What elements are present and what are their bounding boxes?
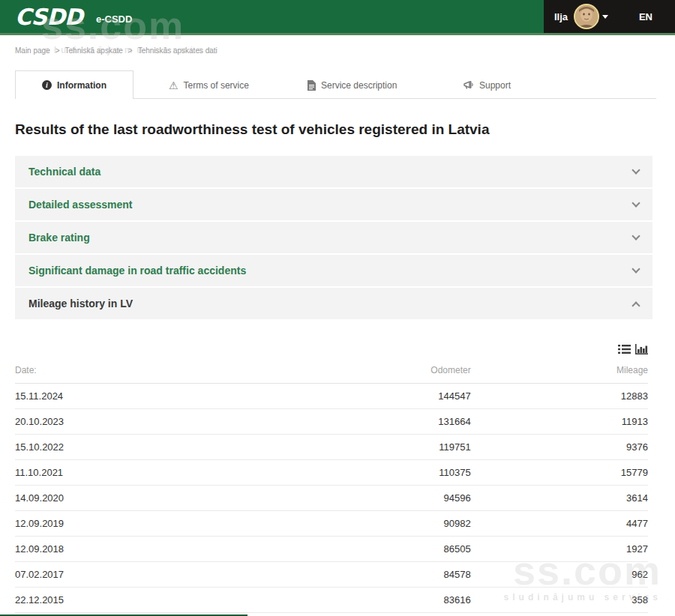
info-icon: i [42,80,52,90]
chevron-down-icon [632,265,640,273]
accordion-detailed-assessment[interactable]: Detailed assessment [15,189,652,220]
breadcrumb-apskates-dati[interactable]: Tehniskās apskates dati [138,46,218,55]
mileage-cell: 358 [471,588,648,613]
mileage-history-table: Date: Odometer Mileage 15.11.2024 144547… [15,365,648,613]
date-cell: 07.02.2017 [15,562,300,588]
list-view-icon[interactable] [618,344,631,354]
csdd-logo[interactable]: CSDD [15,4,82,30]
accordion-technical-data[interactable]: Technical data [15,156,652,187]
header-user-area: Ilja EN [544,0,675,33]
tab-label: Terms of service [184,80,249,91]
user-menu-caret-icon[interactable] [602,15,608,19]
accordion-label: Technical data [28,166,100,178]
app-name: e-CSDD [96,13,132,25]
breadcrumb-tehniska-apskate[interactable]: Tehniskā apskate [65,46,123,55]
chevron-down-icon [632,166,640,174]
mileage-cell: 12883 [471,384,648,409]
breadcrumb-separator: > [128,46,133,55]
table-row: 07.02.2017 84578 962 [15,562,648,588]
language-selector[interactable]: EN [639,11,652,22]
mileage-cell: 3614 [471,486,648,511]
column-header-date: Date: [15,365,300,384]
date-cell: 14.09.2020 [15,486,300,511]
tab-support[interactable]: Support [464,71,511,99]
mileage-cell: 11913 [471,409,648,435]
header: CSDD e-CSDD Ilja EN [0,0,675,33]
table-row: 12.09.2018 86505 1927 [15,537,648,562]
bar-chart-view-icon[interactable] [635,344,648,354]
odometer-cell: 84578 [300,562,471,588]
column-header-mileage: Mileage [471,365,648,384]
odometer-cell: 144547 [300,384,471,409]
chevron-up-icon [632,301,640,309]
megaphone-icon [464,80,474,90]
odometer-cell: 90982 [300,511,471,537]
accordion-mileage-history[interactable]: Mileage history in LV [15,288,652,319]
date-cell: 15.10.2022 [15,435,300,460]
table-row: 15.11.2024 144547 12883 [15,384,648,409]
accordion-significant-damage[interactable]: Significant damage in road traffic accid… [15,255,652,286]
odometer-cell: 86505 [300,537,471,562]
header-divider [0,33,675,35]
table-header-row: Date: Odometer Mileage [15,365,648,384]
tab-label: Information [57,80,106,91]
accordion-label: Mileage history in LV [28,298,133,309]
mileage-cell: 1927 [471,537,648,562]
table-row: 12.09.2019 90982 4477 [15,511,648,537]
tab-bar: i Information ⚠ Terms of service Service… [0,71,675,99]
table-row: 22.12.2015 83616 358 [15,588,648,613]
chevron-down-icon [632,232,640,240]
date-cell: 12.09.2018 [15,537,300,562]
tab-service-description[interactable]: Service description [308,71,397,99]
date-cell: 15.11.2024 [15,384,300,409]
user-avatar[interactable] [574,4,599,29]
accordion-label: Detailed assessment [28,199,133,211]
user-name[interactable]: Ilja [554,11,568,22]
column-header-odometer: Odometer [300,365,471,384]
odometer-cell: 119751 [300,435,471,460]
table-row: 11.10.2021 110375 15779 [15,460,648,486]
date-cell: 20.10.2023 [15,409,300,435]
odometer-cell: 131664 [300,409,471,435]
tab-information[interactable]: i Information [15,70,134,99]
page-title: Results of the last roadworthiness test … [15,121,675,138]
breadcrumb-separator: > [56,46,60,55]
mileage-cell: 15779 [471,460,648,486]
tab-terms-of-service[interactable]: ⚠ Terms of service [169,71,249,99]
header-brand-area: CSDD e-CSDD [0,0,544,33]
mileage-cell: 962 [471,562,648,588]
table-row: 14.09.2020 94596 3614 [15,486,648,511]
mileage-cell: 4477 [471,511,648,537]
odometer-cell: 94596 [300,486,471,511]
tab-label: Service description [321,80,397,91]
warning-icon: ⚠ [169,80,178,91]
odometer-cell: 110375 [300,460,471,486]
breadcrumb-main-page[interactable]: Main page [15,46,50,55]
accordion-label: Brake rating [28,232,90,244]
breadcrumb: Main page > Tehniskā apskate > Tehniskās… [15,46,675,55]
mileage-cell: 9376 [471,435,648,460]
accordion-brake-rating[interactable]: Brake rating [15,222,652,253]
date-cell: 22.12.2015 [15,588,300,613]
odometer-cell: 83616 [300,588,471,613]
accordion: Technical data Detailed assessment Brake… [15,156,652,319]
view-toggle [0,344,648,354]
tab-label: Support [479,80,511,91]
table-row: 15.10.2022 119751 9376 [15,435,648,460]
document-icon [308,80,316,91]
chevron-down-icon [632,199,640,207]
date-cell: 11.10.2021 [15,460,300,486]
table-row: 20.10.2023 131664 11913 [15,409,648,435]
accordion-label: Significant damage in road traffic accid… [28,265,246,277]
date-cell: 12.09.2019 [15,511,300,537]
